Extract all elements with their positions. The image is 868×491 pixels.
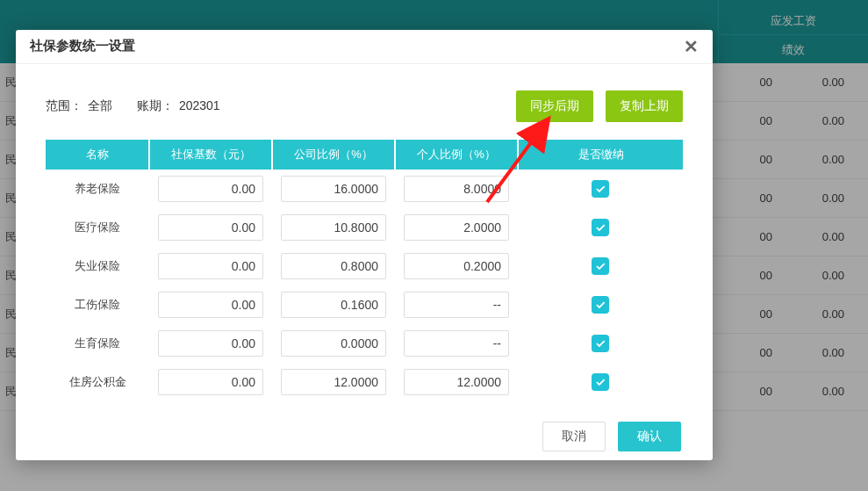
row-name: 生育保险 (46, 324, 149, 363)
row-name: 住房公积金 (46, 363, 149, 401)
person-rate-input[interactable] (404, 292, 509, 318)
modal-footer: 取消 确认 (16, 414, 713, 460)
company-rate-input[interactable] (281, 330, 386, 357)
base-input[interactable] (158, 214, 263, 241)
close-icon[interactable]: ✕ (684, 36, 699, 57)
row-name: 失业保险 (46, 247, 149, 285)
table-row: 住房公积金 (46, 363, 683, 401)
confirm-button[interactable]: 确认 (618, 422, 681, 451)
th-company: 公司比例（%） (272, 140, 395, 170)
row-name: 养老保险 (46, 170, 149, 208)
modal-toolbar: 范围：全部 账期：202301 同步后期 复制上期 (46, 90, 683, 122)
enabled-checkbox[interactable] (592, 180, 609, 198)
copy-prev-button[interactable]: 复制上期 (606, 90, 683, 122)
th-base: 社保基数（元） (149, 140, 272, 170)
base-input[interactable] (158, 176, 263, 202)
enabled-checkbox[interactable] (592, 373, 609, 391)
person-rate-input[interactable] (404, 369, 509, 395)
table-row: 工伤保险 (46, 285, 683, 324)
row-name: 工伤保险 (46, 285, 149, 324)
person-rate-input[interactable] (404, 253, 509, 279)
person-rate-input[interactable] (404, 214, 509, 241)
enabled-checkbox[interactable] (592, 219, 609, 236)
company-rate-input[interactable] (281, 253, 386, 279)
settings-table: 名称 社保基数（元） 公司比例（%） 个人比例（%） 是否缴纳 养老保险医疗保险… (46, 140, 683, 401)
table-row: 生育保险 (46, 324, 683, 363)
scope-label: 范围： (46, 98, 82, 112)
company-rate-input[interactable] (281, 292, 386, 318)
th-enabled: 是否缴纳 (518, 140, 683, 170)
base-input[interactable] (158, 330, 263, 357)
th-name: 名称 (46, 140, 149, 170)
sync-later-button[interactable]: 同步后期 (516, 90, 593, 122)
company-rate-input[interactable] (281, 176, 386, 202)
scope-value: 全部 (88, 98, 112, 112)
enabled-checkbox[interactable] (592, 335, 609, 352)
enabled-checkbox[interactable] (592, 257, 609, 275)
th-person: 个人比例（%） (395, 140, 518, 170)
table-row: 失业保险 (46, 247, 683, 285)
enabled-checkbox[interactable] (592, 296, 609, 314)
period-label: 账期： (137, 98, 174, 112)
social-settings-modal: 社保参数统一设置 ✕ 范围：全部 账期：202301 同步后期 复制上期 名称 … (16, 30, 713, 460)
row-name: 医疗保险 (46, 208, 149, 247)
base-input[interactable] (158, 253, 263, 279)
period-value: 202301 (179, 98, 220, 112)
company-rate-input[interactable] (281, 214, 386, 241)
person-rate-input[interactable] (404, 176, 509, 202)
modal-header: 社保参数统一设置 ✕ (16, 30, 713, 64)
table-row: 医疗保险 (46, 208, 683, 247)
company-rate-input[interactable] (281, 369, 386, 395)
base-input[interactable] (158, 369, 263, 395)
base-input[interactable] (158, 292, 263, 318)
modal-title: 社保参数统一设置 (30, 38, 135, 54)
cancel-button[interactable]: 取消 (542, 422, 606, 451)
table-row: 养老保险 (46, 170, 683, 208)
person-rate-input[interactable] (404, 330, 509, 357)
